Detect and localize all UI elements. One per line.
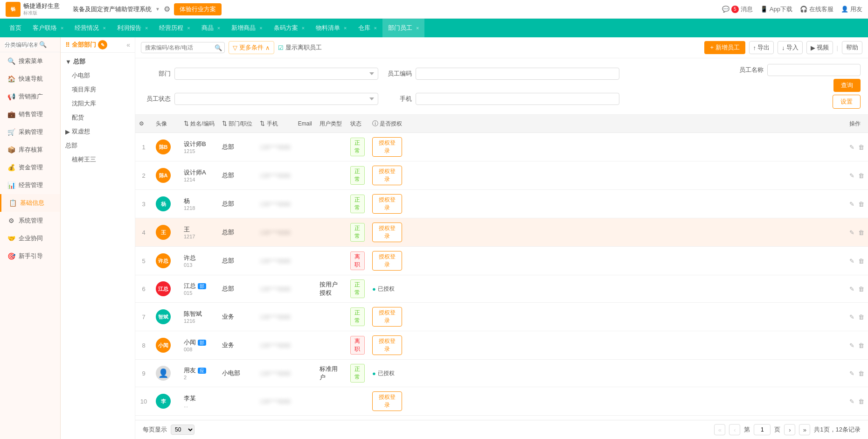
delete-icon[interactable]: 🗑 xyxy=(858,258,864,265)
filter-empstatus-select[interactable] xyxy=(174,93,378,105)
edit-icon[interactable]: ✎ xyxy=(849,144,854,151)
th-dept[interactable]: ⇅ 部门/职位 xyxy=(218,115,257,133)
edit-icon[interactable]: ✎ xyxy=(849,314,854,321)
nav-item-newgoods[interactable]: 新增商品 × xyxy=(226,19,268,37)
sidebar-item-inventory[interactable]: 📦 库存核算 xyxy=(0,141,60,159)
filter-empcode-input[interactable] xyxy=(416,68,619,80)
nav-item-customer[interactable]: 客户联络 × xyxy=(27,19,69,37)
last-page-btn[interactable]: » xyxy=(799,424,810,435)
auth-login-btn[interactable]: 授权登录 xyxy=(372,335,403,355)
dept-node-zhishu[interactable]: 植树王三 xyxy=(61,153,135,167)
delete-icon[interactable]: 🗑 xyxy=(858,398,864,405)
search-submit-icon[interactable]: 🔍 xyxy=(215,44,222,51)
delete-icon[interactable]: 🗑 xyxy=(858,342,864,349)
edit-icon[interactable]: ✎ xyxy=(849,229,854,236)
first-page-btn[interactable]: « xyxy=(714,424,725,435)
delete-icon[interactable]: 🗑 xyxy=(858,286,864,293)
nav-item-warehouse[interactable]: 仓库 × xyxy=(353,19,382,37)
auth-login-btn[interactable]: 授权登录 xyxy=(372,137,403,157)
dept-node-xiaodian[interactable]: 小电部 xyxy=(61,69,135,83)
dept-node-shenyang[interactable]: 沈阳大库 xyxy=(61,97,135,111)
set-btn[interactable]: 设置 xyxy=(833,95,861,109)
nav-goods-close[interactable]: × xyxy=(217,25,220,31)
edit-icon[interactable]: ✎ xyxy=(849,172,854,179)
dept-edit-icon[interactable]: ✎ xyxy=(98,40,107,49)
nav-item-employees[interactable]: 部门员工 × xyxy=(382,19,424,37)
online-service-btn[interactable]: 🎧 在线客服 xyxy=(800,5,833,14)
auth-login-btn[interactable]: 授权登录 xyxy=(372,251,403,271)
page-number-input[interactable] xyxy=(754,424,771,435)
user-btn[interactable]: 👤 用友 xyxy=(841,5,862,14)
edit-icon[interactable]: ✎ xyxy=(849,201,854,208)
sidebar-item-finance[interactable]: 💰 资金管理 xyxy=(0,159,60,176)
auth-login-btn[interactable]: 授权登录 xyxy=(372,194,403,214)
nav-employees-close[interactable]: × xyxy=(416,25,419,31)
sidebar-item-purchase[interactable]: 🛒 采购管理 xyxy=(0,123,60,141)
nav-item-ops[interactable]: 经营情况 × xyxy=(69,19,111,37)
prev-page-btn[interactable]: ‹ xyxy=(729,424,740,435)
all-dept-label[interactable]: 全部部门 xyxy=(72,41,96,49)
sidebar-item-sales[interactable]: 💼 销售管理 xyxy=(0,105,60,123)
dept-node-zongbu[interactable]: 总部 xyxy=(61,139,135,153)
nav-newgoods-close[interactable]: × xyxy=(259,25,262,31)
edit-icon[interactable]: ✎ xyxy=(849,342,854,349)
th-name[interactable]: ⇅ 姓名/编码 xyxy=(180,115,218,133)
edit-icon[interactable]: ✎ xyxy=(849,398,854,405)
dept-node-parent1[interactable]: ▼ 总部 xyxy=(61,55,135,69)
message-btn[interactable]: 💬 5 消息 xyxy=(722,5,753,14)
app-download-btn[interactable]: 📱 App下载 xyxy=(760,5,792,14)
show-offline-checkbox[interactable]: ☑ xyxy=(278,44,284,51)
delete-icon[interactable]: 🗑 xyxy=(858,144,864,151)
sidebar-item-collab[interactable]: 🤝 企业协同 xyxy=(0,230,60,247)
sidebar-item-search[interactable]: 🔍 搜索菜单 xyxy=(0,52,60,70)
delete-icon[interactable]: 🗑 xyxy=(858,370,864,377)
auth-login-btn[interactable]: 授权登录 xyxy=(372,223,403,242)
page-size-select[interactable]: 50 20 100 xyxy=(171,425,194,435)
settings-icon[interactable]: ⚙ xyxy=(164,5,170,14)
nav-item-profit[interactable]: 利润报告 × xyxy=(111,19,153,37)
sidebar-search-input[interactable] xyxy=(5,42,37,48)
edit-icon[interactable]: ✎ xyxy=(849,286,854,293)
auth-login-btn[interactable]: 授权登录 xyxy=(372,166,403,185)
import-btn[interactable]: ↓ 导入 xyxy=(778,41,803,54)
nav-customer-close[interactable]: × xyxy=(61,25,63,31)
sidebar-item-basicinfo[interactable]: 📋 基础信息 xyxy=(0,194,60,212)
delete-icon[interactable]: 🗑 xyxy=(858,201,864,208)
nav-bom-close[interactable]: × xyxy=(344,25,347,31)
dept-collapse-btn[interactable]: « xyxy=(126,41,130,49)
nav-item-history[interactable]: 经营历程 × xyxy=(153,19,195,37)
delete-icon[interactable]: 🗑 xyxy=(858,314,864,321)
export-btn[interactable]: ↑ 导出 xyxy=(749,41,774,54)
sidebar-item-bizmanage[interactable]: 📊 经营管理 xyxy=(0,176,60,194)
system-dropdown-arrow[interactable]: ▼ xyxy=(155,7,160,12)
next-page-btn[interactable]: › xyxy=(784,424,795,435)
edit-icon[interactable]: ✎ xyxy=(849,370,854,377)
nav-warehouse-close[interactable]: × xyxy=(374,25,377,31)
nav-profit-close[interactable]: × xyxy=(145,25,148,31)
nav-item-goods[interactable]: 商品 × xyxy=(196,19,226,37)
trial-button[interactable]: 体验行业方案 xyxy=(174,3,222,15)
filter-dept-select[interactable] xyxy=(174,68,378,80)
th-phone[interactable]: ⇅ 手机 xyxy=(256,115,294,133)
filter-phone-input[interactable] xyxy=(416,93,619,105)
sidebar-item-system[interactable]: ⚙ 系统管理 xyxy=(0,212,60,230)
filter-empname-input[interactable] xyxy=(767,64,861,76)
query-btn[interactable]: 查询 xyxy=(833,79,861,92)
add-employee-btn[interactable]: + 新增员工 xyxy=(704,41,745,54)
dept-node-peihu[interactable]: 配货 xyxy=(61,111,135,125)
nav-item-home[interactable]: 首页 xyxy=(4,19,27,37)
view-btn[interactable]: ▶ 视频 xyxy=(806,41,833,54)
dept-node-shuang[interactable]: ▶ 双虚想 xyxy=(61,125,135,139)
nav-item-bom[interactable]: 物料清单 × xyxy=(310,19,352,37)
sidebar-item-guide[interactable]: 🎯 新手引导 xyxy=(0,247,60,265)
sidebar-item-marketing[interactable]: 📢 营销推广 xyxy=(0,88,60,105)
th-settings[interactable]: ⚙ xyxy=(135,115,152,133)
nav-barcode-close[interactable]: × xyxy=(302,25,305,31)
help-btn[interactable]: 帮助 xyxy=(842,41,862,54)
delete-icon[interactable]: 🗑 xyxy=(858,229,864,236)
sidebar-item-nav[interactable]: 🏠 快速导航 xyxy=(0,70,60,88)
auth-login-btn[interactable]: 授权登录 xyxy=(372,391,403,411)
edit-icon[interactable]: ✎ xyxy=(849,258,854,265)
nav-item-barcode[interactable]: 条码方案 × xyxy=(268,19,310,37)
delete-icon[interactable]: 🗑 xyxy=(858,172,864,179)
